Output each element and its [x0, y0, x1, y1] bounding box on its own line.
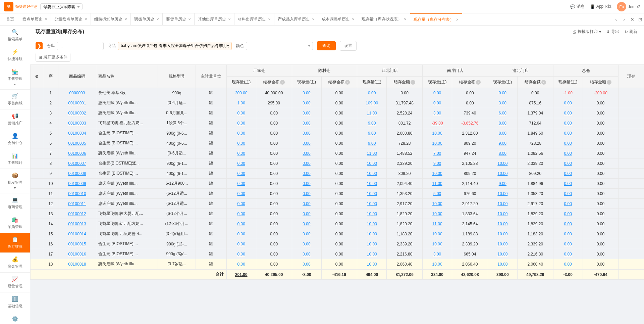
table-row: 1 0000003 爱他美 卓萃3段 900g 罐 200.00 40,000.…: [31, 88, 644, 98]
tab-close-11[interactable]: ✕: [456, 18, 459, 21]
export-btn[interactable]: ⬇ 导出: [605, 28, 621, 35]
company-select[interactable]: 母婴行业演示陈套: [40, 3, 83, 10]
tot-amt-info[interactable]: i: [607, 80, 611, 85]
tab-finished[interactable]: 产成品入库单历史 ✕: [274, 13, 318, 26]
fac-amt-info[interactable]: i: [280, 80, 285, 85]
print-btn[interactable]: 🖨 按模版打印 ▾: [571, 28, 602, 35]
yb-amt-info[interactable]: i: [541, 80, 546, 85]
tab-assembly[interactable]: 组装拆卸单历史 ✕: [91, 13, 131, 26]
td-chen-qty: 0.00: [292, 108, 321, 118]
tab-close-4[interactable]: ✕: [156, 17, 159, 21]
tab-close-6[interactable]: ✕: [228, 17, 231, 21]
tab-home[interactable]: 首页: [1, 13, 19, 26]
td-na-amt: 1,189.88: [452, 229, 488, 239]
setting-button[interactable]: 设置: [340, 41, 357, 51]
tab-close-10[interactable]: ✕: [404, 17, 407, 21]
tab-next-btn[interactable]: ›: [620, 13, 628, 26]
sidebar-item-basic[interactable]: ℹ️ 基础信息: [0, 292, 30, 312]
search-toggle-arrow[interactable]: ❯: [36, 42, 43, 49]
product-input[interactable]: [118, 42, 232, 50]
td-na-amt: 1,833.64: [452, 209, 488, 219]
tab-inventory-history[interactable]: 盘点单历史 ✕: [19, 13, 51, 26]
td-fac-amt: 0.00: [256, 189, 292, 199]
tab-close-all-btn[interactable]: ✕: [628, 13, 636, 26]
chen-amt-info[interactable]: i: [345, 80, 350, 85]
tab-transfer[interactable]: 调拨单历史 ✕: [131, 13, 163, 26]
sidebar-item-system[interactable]: ⚙️ 系统管理: [0, 312, 30, 324]
color-select[interactable]: [246, 42, 313, 50]
na-amt-info[interactable]: i: [476, 80, 481, 85]
td-cur: [619, 108, 644, 118]
sidebar-item-purchase[interactable]: 🛍️ 采购管理: [0, 213, 30, 233]
app-download-btn[interactable]: 📱 App下载: [590, 4, 611, 9]
tab-order[interactable]: 要货单历史 ✕: [163, 13, 195, 26]
sidebar-item-member[interactable]: 👤 会员中心: [0, 129, 30, 149]
warehouse-input[interactable]: [57, 42, 104, 50]
td-yb-qty: 10.00: [488, 199, 517, 209]
td-jb-qty: 10.00: [357, 169, 387, 179]
sidebar-item-retail[interactable]: 🏪 零售管理 ▲: [0, 65, 30, 90]
tab-cost[interactable]: 成本调整单历史 ✕: [318, 13, 358, 26]
expand-conditions-btn[interactable]: ⊞ 展开更多条件: [36, 53, 70, 62]
table-header: ⚙ 序 商品编码 商品名称 规格型号 主计量单位 厂家仓 陈村仓 江北门店 南岸…: [31, 65, 644, 88]
td-jb-qty: 10.00: [357, 239, 387, 249]
sidebar-item-nav[interactable]: ⚡ 快捷导航: [0, 45, 30, 65]
query-button[interactable]: 查询: [317, 41, 336, 50]
gear-col[interactable]: ⚙: [31, 65, 43, 88]
sidebar-item-search[interactable]: 🔍 搜索英单: [0, 26, 30, 45]
sidebar-item-mall[interactable]: 🛒 零售商城: [0, 90, 30, 109]
td-jb-amt: 2,094.40: [387, 179, 423, 189]
tab-close-2[interactable]: ✕: [85, 17, 87, 21]
td-jb-qty: 10.00: [357, 189, 387, 199]
sum-fac-qty[interactable]: 201.00: [226, 269, 256, 280]
tab-outbound[interactable]: 其他出库单历史 ✕: [195, 13, 234, 26]
td-fac-amt: 0.00: [256, 229, 292, 239]
td-yb-qty: 9.00: [488, 179, 517, 189]
td-na-qty: 5.00: [423, 189, 452, 199]
sidebar-item-wholesale[interactable]: 📦 批发管理 ▼: [0, 169, 30, 193]
th-na-amt: 结存金额i: [452, 77, 488, 88]
jb-amt-info[interactable]: i: [411, 80, 415, 85]
tab-close-8[interactable]: ✕: [312, 17, 315, 21]
tab-close-7[interactable]: ✕: [268, 17, 271, 21]
tab-material[interactable]: 材料出库单历史 ✕: [234, 13, 274, 26]
refresh-btn[interactable]: ↻ 刷新: [623, 28, 639, 35]
td-cur: [619, 98, 644, 108]
tab-prev-btn[interactable]: ‹: [612, 13, 620, 26]
sum-yb-amt: 49,798.29: [517, 269, 553, 280]
tab-close-3[interactable]: ✕: [124, 17, 127, 21]
table-row: 14 00100013 飞鹤星飞帆 幼儿配方奶... (12-36个月... 罐…: [31, 219, 644, 229]
sum-tot-qty: -3.00: [553, 269, 583, 280]
table-area[interactable]: ⚙ 序 商品编码 商品名称 规格型号 主计量单位 厂家仓 陈村仓 江北门店 南岸…: [30, 65, 644, 324]
message-btn[interactable]: 💬 消息: [570, 4, 585, 9]
td-unit: 罐: [196, 189, 227, 199]
table-row: 13 00100012 飞鹤星飞帆 较大婴儿配... (6-12个月... 罐 …: [31, 209, 644, 219]
td-yb-qty: 10.00: [488, 189, 517, 199]
sidebar-item-ecom[interactable]: 💻 电商管理: [0, 193, 30, 213]
sidebar-item-inventory[interactable]: 📋 库存核算: [0, 233, 30, 253]
td-gear: [31, 239, 43, 249]
tab-expand-btn[interactable]: ⊡: [636, 13, 644, 26]
sidebar-label-retail-stat: 零售统计: [8, 160, 22, 165]
td-tot-amt: 0.00: [583, 98, 619, 108]
app-icon: 📱: [590, 4, 595, 9]
td-code: 00100015: [58, 239, 96, 249]
td-na-qty: 10.00: [423, 229, 452, 239]
sidebar-item-biz[interactable]: 📈 经营管理: [0, 273, 30, 292]
sidebar-item-retail-stat[interactable]: 📊 零售统计: [0, 149, 30, 169]
tab-close-1[interactable]: ✕: [45, 17, 47, 21]
td-na-amt: 0.00: [452, 88, 488, 98]
tab-stock-dist[interactable]: 现存量（库存分布表） ✕: [410, 13, 462, 26]
table-row: 7 00100006 惠氏启赋 (Wyeth illu... (0-6月适...…: [31, 148, 644, 158]
td-jb-qty: 10.00: [357, 229, 387, 239]
tab-sub-inventory[interactable]: 分量盘点单历史 ✕: [51, 13, 91, 26]
td-jb-qty: 10.00: [357, 219, 387, 229]
sidebar-item-finance[interactable]: 💰 资金管理: [0, 253, 30, 273]
td-tot-amt: 0.00: [583, 239, 619, 249]
user-area[interactable]: Ea demo2: [617, 2, 640, 11]
tab-close-9[interactable]: ✕: [352, 17, 355, 21]
tab-stock-status[interactable]: 现存量（库存状况表） ✕: [358, 13, 410, 26]
sidebar-item-marketing[interactable]: 📢 营销推广: [0, 109, 30, 129]
td-gear: [31, 229, 43, 239]
tab-close-5[interactable]: ✕: [188, 17, 191, 21]
